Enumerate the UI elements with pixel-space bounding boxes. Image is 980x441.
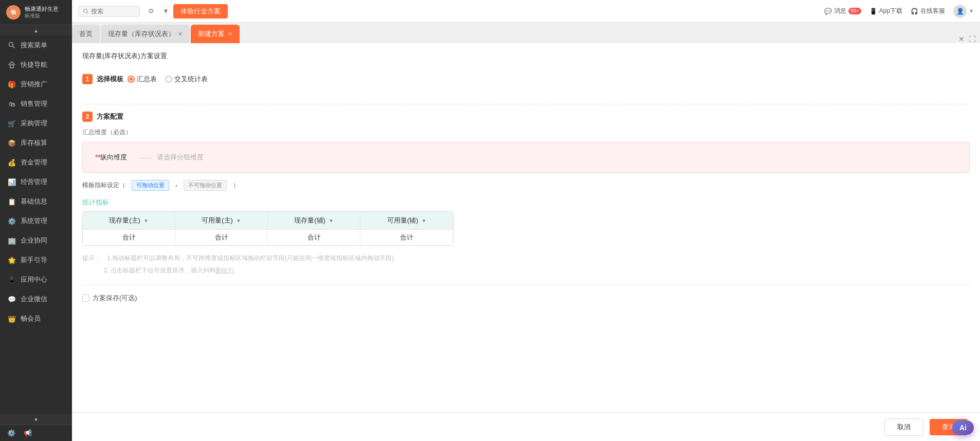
delete-column-link[interactable]: 删除列 <box>215 267 234 274</box>
topbar-gear-btn[interactable]: ⚙ <box>144 5 158 17</box>
stats-col-0[interactable]: 现存量(主) ▼ <box>83 212 175 229</box>
sidebar-item-sales[interactable]: 🛍 销售管理 <box>0 94 72 114</box>
tip-1: 提示： 1.拖动标题栏可以调整布局，不可跨维度或指标区域拖动栏目字段(只能在同一… <box>82 252 970 264</box>
search-icon <box>7 41 16 50</box>
tab-new-scheme[interactable]: 新建方案 ✕ <box>191 25 240 43</box>
app-logo: 畅 <box>6 5 21 20</box>
radio-summary[interactable]: 汇总表 <box>128 75 157 84</box>
divider-1 <box>82 104 970 104</box>
footer-speaker-icon[interactable]: 📢 <box>24 429 32 437</box>
sidebar-item-membership[interactable]: 👑 畅会员 <box>0 309 72 328</box>
sidebar-item-system[interactable]: ⚙️ 系统管理 <box>0 211 72 231</box>
step1-label: 选择模板 <box>97 75 123 84</box>
topbar-search-box[interactable] <box>78 6 140 17</box>
online-service-action[interactable]: 🎧 在线客服 <box>911 7 945 15</box>
topbar-actions: 💬 消息 99+ 📱 App下载 🎧 在线客服 👤 ▼ <box>824 5 974 18</box>
svg-rect-2 <box>10 65 13 68</box>
message-icon: 💬 <box>824 8 832 15</box>
no-drag-badge: 不可拖动位置 <box>184 180 227 191</box>
message-action[interactable]: 💬 消息 99+ <box>824 7 861 15</box>
sidebar-item-label: 经营管理 <box>21 177 47 187</box>
svg-line-1 <box>13 46 15 48</box>
tab-close-btn[interactable]: ✕ <box>228 31 232 38</box>
sidebar-item-new-guide[interactable]: 🌟 新手引导 <box>0 250 72 270</box>
sidebar-item-quick-nav[interactable]: 快捷导航 <box>0 55 72 75</box>
chevron-icon-1[interactable]: ▼ <box>236 218 241 224</box>
tab-inventory-status[interactable]: 现存量（库存状况表） ✕ <box>101 25 190 43</box>
stats-col-2[interactable]: 现存量(辅) ▼ <box>268 212 360 229</box>
radio-cross[interactable]: 交叉统计表 <box>165 75 208 84</box>
stats-label: 统计指标 <box>82 198 970 207</box>
sidebar-item-search-menu[interactable]: 搜索菜单 <box>0 35 72 55</box>
sidebar-scroll-up[interactable]: ▲ <box>0 25 72 35</box>
stats-col-label-0: 现存量(主) <box>109 216 140 225</box>
stats-col-label-3: 可用量(辅) <box>387 216 419 225</box>
apps-icon: 📱 <box>7 275 16 284</box>
search-icon <box>83 8 89 14</box>
sidebar-item-marketing[interactable]: 🎁 营销推广 <box>0 75 72 94</box>
online-service-label: 在线客服 <box>920 7 945 15</box>
chevron-icon-2[interactable]: ▼ <box>329 218 334 224</box>
sidebar-item-finance[interactable]: 💰 资金管理 <box>0 153 72 172</box>
message-label: 消息 <box>834 7 846 15</box>
stats-col-3[interactable]: 可用量(辅) ▼ <box>360 212 453 229</box>
step2-section: 2 方案配置 汇总维度（必选） **纵向维度 —— 请选择分组维度 模板指标设定… <box>82 112 970 277</box>
save-option-label: 方案保存(可选) <box>93 293 137 303</box>
stats-table: 现存量(主) ▼ 可用量(主) ▼ 现存量(辅) ▼ 可用量(辅) <box>82 211 453 246</box>
stats-cell-1: 合计 <box>175 230 268 245</box>
sidebar-item-label: 资金管理 <box>21 158 47 167</box>
content-wrapper: 现存量(库存状况表)方案设置 1 选择模板 汇总表 交叉统计表 <box>72 43 980 441</box>
sidebar-item-app-center[interactable]: 📱 应用中心 <box>0 270 72 289</box>
dropdown-chevron-icon[interactable]: ▼ <box>162 7 169 15</box>
chart-icon: 📊 <box>7 177 16 187</box>
trial-industry-btn[interactable]: 体验行业方案 <box>173 4 228 19</box>
sidebar-item-operations[interactable]: 📊 经营管理 <box>0 172 72 192</box>
footer-settings-icon[interactable]: ⚙️ <box>7 429 15 437</box>
tab-close-icon[interactable]: ✕ <box>958 35 965 43</box>
user-avatar[interactable]: 👤 ▼ <box>953 5 974 18</box>
tab-home[interactable]: 首页 <box>72 25 100 43</box>
stats-col-1[interactable]: 可用量(主) ▼ <box>175 212 268 229</box>
radio-dot-cross <box>165 76 172 83</box>
sidebar: 畅 畅康通好生意 标准版 ▲ 搜索菜单 快捷导航 🎁 营销推广 🛍 销售管理 <box>0 0 72 441</box>
dimension-selector-box[interactable]: **纵向维度 —— 请选择分组维度 <box>82 142 970 173</box>
shopping-icon: 🛍 <box>7 99 16 108</box>
save-checkbox[interactable] <box>82 295 89 302</box>
sidebar-item-label: 快捷导航 <box>21 60 47 69</box>
step1-header: 1 选择模板 汇总表 交叉统计表 <box>82 74 970 84</box>
bag-icon: 🛒 <box>7 119 16 128</box>
sidebar-item-label: 采购管理 <box>21 119 47 128</box>
chevron-icon-0[interactable]: ▼ <box>143 218 149 224</box>
indicator-setting: 模板指标设定（ 可拖动位置 ▪ 不可拖动位置 ） <box>82 180 970 191</box>
stats-table-row-0: 合计 合计 合计 合计 <box>83 229 453 245</box>
sidebar-item-purchase[interactable]: 🛒 采购管理 <box>0 114 72 133</box>
tab-close-btn[interactable]: ✕ <box>178 31 183 38</box>
tab-expand-icon[interactable]: ⛶ <box>969 35 976 43</box>
wechat-icon: 💬 <box>7 295 16 304</box>
sidebar-scroll-down[interactable]: ▼ <box>0 414 72 425</box>
template-radio-group: 汇总表 交叉统计表 <box>128 75 208 84</box>
sidebar-item-inventory[interactable]: 📦 库存核算 <box>0 133 72 153</box>
content-area: 现存量(库存状况表)方案设置 1 选择模板 汇总表 交叉统计表 <box>72 43 980 412</box>
sidebar-item-enterprise[interactable]: 🏢 企业协同 <box>0 231 72 250</box>
chevron-icon-3[interactable]: ▼ <box>421 218 426 224</box>
guide-icon: 🌟 <box>7 255 16 265</box>
sidebar-item-label: 新手引导 <box>21 255 47 265</box>
sidebar-item-label: 销售管理 <box>21 99 47 108</box>
sidebar-item-wechat[interactable]: 💬 企业微信 <box>0 289 72 309</box>
step1-number: 1 <box>82 74 93 84</box>
ai-fab-label: Ai <box>959 424 967 432</box>
topbar: ⚙ ▼ 体验行业方案 💬 消息 99+ 📱 App下载 🎧 在线客服 👤 ▼ <box>72 0 980 23</box>
tips-section: 提示： 1.拖动标题栏可以调整布局，不可跨维度或指标区域拖动栏目字段(只能在同一… <box>82 252 970 277</box>
dim-dash: —— <box>139 154 153 161</box>
sidebar-item-basic-info[interactable]: 📋 基础信息 <box>0 192 72 211</box>
app-download-action[interactable]: 📱 App下载 <box>869 7 902 15</box>
dim-placeholder: 请选择分组维度 <box>157 153 204 162</box>
ai-fab-button[interactable]: Ai <box>952 420 974 435</box>
vertical-dim-label: **纵向维度 <box>95 153 127 162</box>
search-input[interactable] <box>91 8 132 15</box>
sidebar-item-label: 应用中心 <box>21 275 47 284</box>
stats-col-label-1: 可用量(主) <box>202 216 233 225</box>
cancel-button[interactable]: 取消 <box>884 418 923 436</box>
save-option: 方案保存(可选) <box>82 293 970 303</box>
